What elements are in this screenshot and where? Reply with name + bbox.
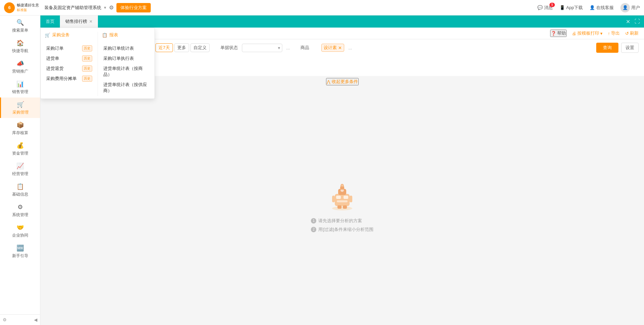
menu-purchase-order-stat[interactable]: 采购订单统计表 (102, 43, 151, 53)
service-icon: 👤 (589, 5, 595, 10)
goods-ellipsis[interactable]: ... (348, 45, 352, 50)
message-button[interactable]: 💬 消息 9 (537, 5, 553, 11)
purchase-menu-icon: 🛒 (45, 33, 50, 38)
dropdown-reports-col: 📋 报表 采购订单统计表 采购订单执行表 进货单统计表（按商品） 进货单统计表（… (98, 32, 155, 96)
help-button[interactable]: ❓ 帮助 (550, 30, 567, 37)
empty-state: 1 请先选择要分析的方案 2 用[过滤]条件来缩小分析范围 (40, 87, 644, 325)
svg-point-0 (332, 206, 352, 210)
finance-icon: 💰 (16, 142, 24, 149)
svg-rect-9 (332, 196, 335, 202)
dropdown-cols: 🛒 采购业务 采购订单 历史 进货单 历史 进货退货 历史 (41, 32, 154, 96)
sidebar-item-system[interactable]: ⚙ 系统管理 (0, 200, 40, 220)
export-icon: ↑ (608, 31, 610, 36)
order-status-select[interactable] (242, 44, 282, 52)
settings-bottom-icon[interactable]: ⚙ (3, 317, 7, 322)
print-dropdown-icon[interactable]: ▾ (600, 31, 603, 36)
cooperation-icon: 🤝 (16, 224, 24, 231)
sidebar-item-purchase[interactable]: 🛒 采购管理 (0, 97, 40, 118)
export-button[interactable]: ↑ 导出 (608, 30, 620, 36)
tab-bar: 首页 销售排行榜 ✕ ✕ ⛶ (40, 15, 644, 28)
sidebar-item-basic-info[interactable]: 📋 基础信息 (0, 179, 40, 200)
settings-button[interactable]: 设置 (621, 43, 639, 53)
app-download-button[interactable]: 📱 App下载 (560, 5, 583, 11)
menu-purchase-order[interactable]: 采购订单 历史 (45, 43, 94, 53)
content-body: 1 请先选择要分析的方案 2 用[过滤]条件来缩小分析范围 (40, 87, 644, 325)
logo-area: 6 畅捷通好生意 标准版 (4, 2, 44, 13)
tab-sales-rank[interactable]: 销售排行榜 ✕ (60, 15, 98, 28)
collapse-sidebar-icon[interactable]: ◀ (34, 317, 37, 322)
user-avatar: 👤 (620, 3, 630, 12)
logo-icon: 6 (4, 2, 15, 13)
sidebar-item-inventory[interactable]: 📦 库存核算 (0, 118, 40, 138)
svg-rect-2 (336, 196, 341, 199)
logo-tag: 标准版 (17, 8, 39, 12)
sidebar-bottom: ⚙ ◀ (0, 314, 40, 325)
mobile-icon: 📱 (560, 5, 565, 10)
empty-tip-2: 2 用[过滤]条件来缩小分析范围 (311, 225, 373, 234)
menu-goods-stat-by-supplier[interactable]: 进货单统计表（按供应商） (102, 80, 151, 96)
sidebar-item-guide[interactable]: 🆕 新手引导 (0, 241, 40, 261)
empty-illustration (325, 179, 359, 212)
header-middle: 装备及固定资产辅助管理系统 ▾ ⚙ 体验行业方案 (44, 3, 537, 12)
menu-purchase-expense[interactable]: 采购费用分摊单 历史 (45, 74, 94, 84)
sales-icon: 📊 (16, 80, 24, 88)
history-tag-3: 历史 (82, 76, 92, 82)
goods-tag-close[interactable]: ✕ (338, 45, 342, 50)
logo-text: 畅捷通好生意 (17, 3, 39, 7)
settings-icon[interactable]: ⚙ (109, 4, 114, 11)
sidebar-item-quick-nav[interactable]: 🏠 快捷导航 (0, 36, 40, 56)
message-badge: 9 (549, 3, 555, 7)
collapse-button[interactable]: ⋀ 收起更多条件 (326, 78, 359, 85)
sidebar-item-sales[interactable]: 📊 销售管理 (0, 77, 40, 97)
inventory-icon: 📦 (16, 121, 24, 129)
sidebar-item-operations[interactable]: 📈 经营管理 (0, 159, 40, 179)
menu-purchase-order-exec[interactable]: 采购订单执行表 (102, 53, 151, 64)
svg-rect-3 (344, 196, 348, 199)
order-status-ellipsis[interactable]: ... (286, 45, 290, 50)
history-tag-2: 历史 (82, 66, 92, 72)
tab-expand-btn[interactable]: ⛶ (633, 17, 641, 26)
query-button[interactable]: 查询 (596, 43, 618, 53)
tab-home[interactable]: 首页 (40, 15, 60, 28)
dropdown-purchase-col: 🛒 采购业务 采购订单 历史 进货单 历史 进货退货 历史 (41, 32, 98, 96)
industry-button[interactable]: 体验行业方案 (116, 3, 151, 12)
svg-rect-11 (337, 205, 342, 209)
print-icon: 🖨 (572, 31, 576, 36)
refresh-button[interactable]: ↺ 刷新 (625, 30, 639, 36)
tab-controls: ✕ ⛶ (621, 17, 644, 26)
date-btn-7days[interactable]: 近7天 (155, 43, 173, 52)
top-header: 6 畅捷通好生意 标准版 装备及固定资产辅助管理系统 ▾ ⚙ 体验行业方案 💬 … (0, 0, 644, 15)
guide-icon: 🆕 (16, 244, 24, 252)
home-icon: 🏠 (16, 39, 24, 47)
tab-close-btn[interactable]: ✕ (624, 17, 632, 26)
sidebar-item-cooperation[interactable]: 🤝 企业协同 (0, 220, 40, 241)
main-container: 🔍 搜索菜单 🏠 快捷导航 📣 营销推广 📊 销售管理 🛒 采购管理 📦 库存核… (0, 15, 644, 325)
collapse-icon: ⋀ (327, 79, 330, 84)
svg-rect-4 (337, 200, 348, 202)
purchase-icon: 🛒 (17, 101, 24, 108)
sidebar: 🔍 搜索菜单 🏠 快捷导航 📣 营销推广 📊 销售管理 🛒 采购管理 📦 库存核… (0, 15, 40, 325)
message-icon: 💬 (537, 5, 543, 10)
search-icon: 🔍 (16, 19, 24, 26)
sidebar-item-finance[interactable]: 💰 资金管理 (0, 138, 40, 159)
refresh-icon: ↺ (625, 31, 629, 36)
reports-menu-icon: 📋 (102, 33, 107, 38)
action-btns: 查询 设置 (596, 43, 639, 53)
user-button[interactable]: 👤 用户 (620, 3, 640, 12)
sidebar-item-marketing[interactable]: 📣 营销推广 (0, 56, 40, 77)
dropdown-purchase-header: 🛒 采购业务 (45, 32, 94, 40)
system-icon: ⚙ (17, 203, 23, 211)
menu-goods-stat-by-product[interactable]: 进货单统计表（按商品） (102, 64, 151, 80)
date-btn-custom[interactable]: 自定义 (190, 43, 210, 52)
online-service-button[interactable]: 👤 在线客服 (589, 5, 614, 11)
date-btn-more[interactable]: 更多 (174, 43, 189, 52)
date-quick-btns: 近7天 更多 自定义 (155, 43, 209, 52)
menu-goods-receipt[interactable]: 进货单 历史 (45, 53, 94, 64)
system-dropdown-icon[interactable]: ▾ (104, 5, 106, 10)
tab-close-icon[interactable]: ✕ (89, 19, 93, 24)
empty-tip-1: 1 请先选择要分析的方案 (311, 216, 373, 225)
menu-goods-return[interactable]: 进货退货 历史 (45, 64, 94, 74)
print-button[interactable]: 🖨 按模板打印 ▾ (572, 30, 603, 36)
sidebar-item-search[interactable]: 🔍 搜索菜单 (0, 15, 40, 36)
operations-icon: 📈 (16, 162, 24, 170)
